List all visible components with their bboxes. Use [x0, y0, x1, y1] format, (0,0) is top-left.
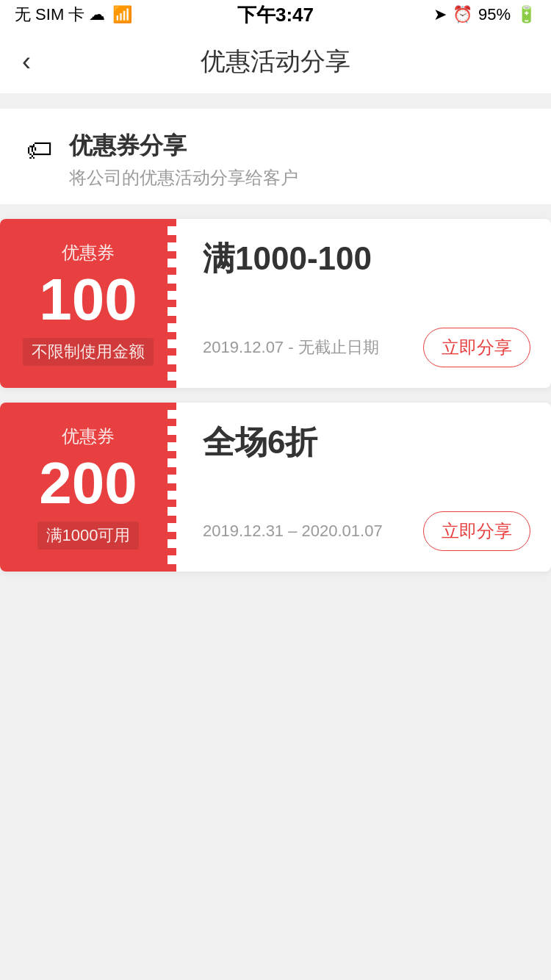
coupon-right-1: 满1000-100 2019.12.07 - 无截止日期 立即分享	[176, 219, 551, 388]
coupon-label-1: 优惠券	[62, 241, 115, 264]
coupon-label-2: 优惠券	[62, 425, 115, 448]
section-header: 🏷 优惠券分享 将公司的优惠活动分享给客户	[0, 109, 551, 204]
battery-icon: 🔋	[516, 5, 536, 24]
coupon-list: 优惠券 100 不限制使用金额 满1000-100 2019.12.07 - 无…	[0, 219, 551, 586]
empty-area	[0, 586, 551, 954]
coupon-left-1: 优惠券 100 不限制使用金额	[0, 219, 176, 388]
section-desc: 将公司的优惠活动分享给客户	[69, 166, 298, 190]
location-icon: ➤	[433, 5, 447, 24]
status-bar: 无 SIM 卡 ☁ 📶 下午3:47 ➤ ⏰ 95% 🔋	[0, 0, 551, 29]
status-time: 下午3:47	[237, 2, 314, 28]
coupon-date-2: 2019.12.31 – 2020.01.07	[203, 522, 383, 541]
coupon-left-2: 优惠券 200 满1000可用	[0, 403, 176, 572]
status-right: ➤ ⏰ 95% 🔋	[433, 5, 536, 24]
coupon-bottom-1: 2019.12.07 - 无截止日期 立即分享	[203, 328, 530, 367]
share-button-1[interactable]: 立即分享	[423, 328, 530, 367]
coupon-amount-2: 200	[39, 454, 137, 513]
coupon-card-2: 优惠券 200 满1000可用 全场6折 2019.12.31 – 2020.0…	[0, 403, 551, 572]
coupon-right-2: 全场6折 2019.12.31 – 2020.01.07 立即分享	[176, 403, 551, 572]
coupon-bottom-2: 2019.12.31 – 2020.01.07 立即分享	[203, 511, 530, 551]
coupon-condition-1: 不限制使用金额	[23, 338, 154, 366]
wifi-icon: 📶	[112, 5, 132, 24]
no-sim-text: 无 SIM 卡 ☁	[15, 4, 105, 26]
coupon-name-2: 全场6折	[203, 423, 530, 462]
share-button-2[interactable]: 立即分享	[423, 511, 530, 551]
coupon-condition-2: 满1000可用	[37, 522, 140, 550]
alarm-icon: ⏰	[453, 5, 472, 24]
back-button[interactable]: ‹	[22, 46, 31, 77]
coupon-amount-1: 100	[39, 270, 137, 329]
status-left: 无 SIM 卡 ☁ 📶	[15, 4, 132, 26]
section-title: 优惠券分享	[69, 131, 298, 162]
section-text-block: 优惠券分享 将公司的优惠活动分享给客户	[69, 131, 298, 190]
coupon-date-1: 2019.12.07 - 无截止日期	[203, 336, 379, 359]
nav-bar: ‹ 优惠活动分享	[0, 29, 551, 94]
coupon-name-1: 满1000-100	[203, 239, 530, 278]
nav-title: 优惠活动分享	[201, 45, 350, 79]
coupon-card-1: 优惠券 100 不限制使用金额 满1000-100 2019.12.07 - 无…	[0, 219, 551, 388]
battery-text: 95%	[478, 5, 511, 24]
coupon-icon: 🏷	[22, 132, 57, 167]
